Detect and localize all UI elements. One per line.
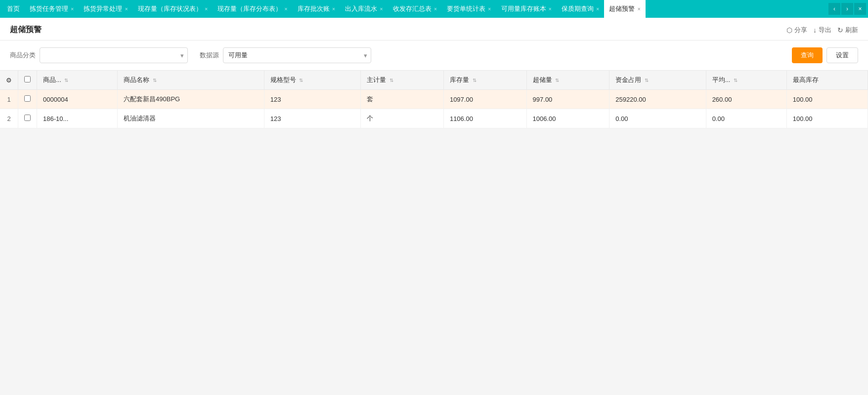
th-settings: ⚙ <box>0 71 18 90</box>
share-button[interactable]: ⬡ 分享 <box>786 26 807 35</box>
table-row: 2 186-10... 机油滤清器 123 个 1106.00 1006.00 … <box>0 109 868 128</box>
nav-prev-button[interactable]: ‹ <box>828 3 840 15</box>
nav-close-button[interactable]: × <box>854 3 866 15</box>
export-icon: ↓ <box>813 26 817 34</box>
nav-order-stats[interactable]: 要货单统计表 × <box>442 0 496 18</box>
data-source-select-wrapper: 可用量 ▾ <box>223 47 371 63</box>
close-icon[interactable]: × <box>380 6 383 12</box>
cell-product-code-2: 186-10... <box>37 109 118 128</box>
sort-icon[interactable]: ⇅ <box>64 78 68 83</box>
refresh-button[interactable]: ↻ 刷新 <box>837 26 858 35</box>
data-source-filter: 数据源 可用量 ▾ <box>200 47 371 63</box>
filter-actions: 查询 设置 <box>792 47 858 63</box>
page-header: 超储预警 ⬡ 分享 ↓ 导出 ↻ 刷新 <box>0 18 868 40</box>
sort-icon[interactable]: ⇅ <box>734 78 738 83</box>
nav-batch[interactable]: 库存批次账 × <box>293 0 340 18</box>
th-product-name: 商品名称 ⇅ <box>118 71 264 90</box>
cell-product-name-2: 机油滤清器 <box>118 109 264 128</box>
close-icon[interactable]: × <box>284 6 287 12</box>
sort-icon[interactable]: ⇅ <box>645 78 649 83</box>
cell-overstock-1: 997.00 <box>526 90 609 109</box>
nav-overstock[interactable]: 超储预警 × <box>604 0 645 18</box>
table-header-row: ⚙ 商品... ⇅ 商品名称 ⇅ 规格型号 ⇅ <box>0 71 868 90</box>
close-icon[interactable]: × <box>71 6 74 12</box>
cell-avg-1: 260.00 <box>706 90 786 109</box>
th-checkbox <box>18 71 37 90</box>
cell-max-stock-1: 100.00 <box>786 90 868 109</box>
nav-home[interactable]: 首页 <box>2 0 25 18</box>
th-avg: 平均... ⇅ <box>706 71 786 90</box>
nav-pick-exception[interactable]: 拣货异常处理 × <box>79 0 132 18</box>
cell-capital-2: 0.00 <box>609 109 706 128</box>
cell-avg-2: 0.00 <box>706 109 786 128</box>
table-row: 1 0000004 六配套新昌490BPG 123 套 1097.00 997.… <box>0 90 868 109</box>
nav-stock-dist[interactable]: 现存量（库存分布表） × <box>213 0 292 18</box>
table-container: ⚙ 商品... ⇅ 商品名称 ⇅ 规格型号 ⇅ <box>0 71 868 128</box>
settings-icon[interactable]: ⚙ <box>6 77 12 84</box>
top-navigation: 首页 拣货任务管理 × 拣货异常处理 × 现存量（库存状况表） × 现存量（库存… <box>0 0 868 18</box>
close-icon[interactable]: × <box>332 6 335 12</box>
product-category-label: 商品分类 <box>10 51 36 60</box>
th-capital: 资金占用 ⇅ <box>609 71 706 90</box>
cell-product-name-1: 六配套新昌490BPG <box>118 90 264 109</box>
cell-unit-1: 套 <box>361 90 444 109</box>
sort-icon[interactable]: ⇅ <box>153 78 157 83</box>
close-icon[interactable]: × <box>596 6 599 12</box>
row-num-2: 2 <box>0 109 18 128</box>
row-checkbox-1[interactable] <box>24 95 31 102</box>
close-icon[interactable]: × <box>549 6 552 12</box>
product-category-select-wrapper: ▾ <box>40 47 188 63</box>
sort-icon[interactable]: ⇅ <box>555 78 559 83</box>
nav-inout-flow[interactable]: 出入库流水 × <box>340 0 388 18</box>
cell-spec-1: 123 <box>264 90 360 109</box>
cell-product-code-1: 0000004 <box>37 90 118 109</box>
nav-available-stock[interactable]: 可用量库存账本 × <box>496 0 557 18</box>
nav-pick-task[interactable]: 拣货任务管理 × <box>25 0 79 18</box>
filter-area: 商品分类 ▾ 数据源 可用量 ▾ 查询 设置 <box>0 40 868 71</box>
cell-max-stock-2: 100.00 <box>786 109 868 128</box>
table-body: 1 0000004 六配套新昌490BPG 123 套 1097.00 997.… <box>0 90 868 128</box>
cell-spec-2: 123 <box>264 109 360 128</box>
select-all-checkbox[interactable] <box>24 76 31 82</box>
nav-expiry[interactable]: 保质期查询 × <box>557 0 604 18</box>
share-icon: ⬡ <box>786 26 792 34</box>
data-source-select[interactable]: 可用量 <box>223 47 371 63</box>
row-checkbox-cell-2 <box>18 109 37 128</box>
export-button[interactable]: ↓ 导出 <box>813 26 831 35</box>
close-icon[interactable]: × <box>637 6 640 12</box>
data-source-label: 数据源 <box>200 51 219 60</box>
row-checkbox-cell-1 <box>18 90 37 109</box>
th-stock: 库存量 ⇅ <box>443 71 526 90</box>
cell-unit-2: 个 <box>361 109 444 128</box>
row-num-1: 1 <box>0 90 18 109</box>
cell-overstock-2: 1006.00 <box>526 109 609 128</box>
nav-stock-status[interactable]: 现存量（库存状况表） × <box>133 0 213 18</box>
th-unit: 主计量 ⇅ <box>361 71 444 90</box>
refresh-icon: ↻ <box>837 26 843 34</box>
cell-capital-1: 259220.00 <box>609 90 706 109</box>
close-icon[interactable]: × <box>488 6 491 12</box>
close-icon[interactable]: × <box>205 6 208 12</box>
product-category-select[interactable] <box>40 47 188 63</box>
row-checkbox-2[interactable] <box>24 115 31 121</box>
cell-stock-1: 1097.00 <box>443 90 526 109</box>
page-title: 超储预警 <box>10 25 42 35</box>
nav-summary[interactable]: 收发存汇总表 × <box>388 0 442 18</box>
query-button[interactable]: 查询 <box>792 47 823 63</box>
close-icon[interactable]: × <box>434 6 437 12</box>
sort-icon[interactable]: ⇅ <box>299 78 303 83</box>
main-content: 超储预警 ⬡ 分享 ↓ 导出 ↻ 刷新 商品分类 ▾ <box>0 18 868 128</box>
sort-icon[interactable]: ⇅ <box>390 78 393 83</box>
close-icon[interactable]: × <box>125 6 128 12</box>
nav-next-button[interactable]: › <box>841 3 853 15</box>
header-actions: ⬡ 分享 ↓ 导出 ↻ 刷新 <box>786 26 858 35</box>
sort-icon[interactable]: ⇅ <box>473 78 477 83</box>
th-overstock: 超储量 ⇅ <box>526 71 609 90</box>
cell-stock-2: 1106.00 <box>443 109 526 128</box>
th-spec: 规格型号 ⇅ <box>264 71 360 90</box>
th-product-code: 商品... ⇅ <box>37 71 118 90</box>
settings-button[interactable]: 设置 <box>826 47 858 63</box>
overstock-table: ⚙ 商品... ⇅ 商品名称 ⇅ 规格型号 ⇅ <box>0 71 868 128</box>
product-category-filter: 商品分类 ▾ <box>10 47 188 63</box>
th-max-stock: 最高库存 <box>786 71 868 90</box>
